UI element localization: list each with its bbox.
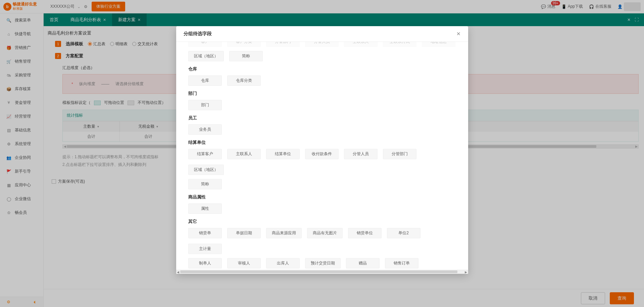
field-chip[interactable]: 分管部门	[383, 149, 416, 159]
field-chip[interactable]: 地址信息	[422, 42, 455, 47]
field-row-other2: 制单人 审核人 出库人 预计交货日期 赠品 销售订单 价格类型	[188, 258, 456, 270]
scroll-left-icon[interactable]: ◀	[176, 270, 180, 274]
field-chip[interactable]: 客户	[188, 42, 222, 47]
field-chip[interactable]: 赠品	[346, 258, 380, 268]
field-chip[interactable]: 区域（地区）	[188, 51, 224, 61]
scroll-left-icon[interactable]: ◀	[63, 145, 67, 148]
field-chip[interactable]: 区域（地区）	[188, 165, 224, 175]
field-chip[interactable]: 单位2	[387, 228, 420, 238]
field-row-partial-top: 客户 客户分类 分管部门 分管人员 主联系人 主联系方式 地址信息	[188, 42, 456, 47]
field-chip[interactable]: 分管人员	[305, 42, 339, 47]
field-chip[interactable]: 主联系人	[227, 149, 261, 159]
field-chip[interactable]: 主联系方式	[383, 42, 416, 47]
field-chip[interactable]: 商品来源应用	[266, 228, 302, 238]
modal-close-icon[interactable]: ✕	[456, 31, 461, 37]
field-chip[interactable]: 收付款条件	[305, 149, 339, 159]
modal-mask: 分组待选字段 ✕ 客户 客户分类 分管部门 分管人员 主联系人 主联系方式 地址…	[0, 0, 644, 307]
field-row-staff: 业务员	[188, 124, 456, 135]
field-row-dept: 部门	[188, 100, 456, 110]
scroll-right-icon[interactable]: ▶	[464, 270, 468, 274]
field-chip[interactable]: 销售订单	[385, 258, 418, 268]
field-chip[interactable]: 结算单位	[266, 149, 300, 159]
field-row-other1: 销货单 单据日期 商品来源应用 商品有无图片 销货单位 单位2 主计量	[188, 228, 456, 254]
modal-horizontal-scrollbar[interactable]: ◀ ▶	[176, 270, 468, 274]
group-title-warehouse: 仓库	[188, 66, 456, 72]
modal-title: 分组待选字段	[184, 31, 212, 37]
field-chip[interactable]: 分管人员	[344, 149, 378, 159]
group-title-settle: 结算单位	[188, 139, 456, 145]
field-chip[interactable]: 商品有无图片	[307, 228, 343, 238]
field-chip[interactable]: 预计交货日期	[305, 258, 341, 268]
field-chip[interactable]: 主联系人	[344, 42, 378, 47]
modal-body: 客户 客户分类 分管部门 分管人员 主联系人 主联系方式 地址信息 区域（地区）…	[176, 42, 468, 270]
modal-header: 分组待选字段 ✕	[176, 26, 468, 42]
field-row-prodattr: 属性	[188, 203, 456, 214]
field-chip[interactable]: 销货单位	[348, 228, 382, 238]
field-chip[interactable]: 仓库分类	[227, 75, 261, 86]
field-chip[interactable]: 销货单	[188, 228, 222, 238]
field-chip[interactable]: 客户分类	[227, 42, 261, 47]
field-chip[interactable]: 审核人	[227, 258, 261, 268]
group-title-prodattr: 商品属性	[188, 194, 456, 200]
field-row-region: 区域（地区） 简称	[188, 51, 456, 61]
field-chip[interactable]: 业务员	[188, 124, 222, 135]
field-select-modal: 分组待选字段 ✕ 客户 客户分类 分管部门 分管人员 主联系人 主联系方式 地址…	[176, 26, 468, 274]
field-row-warehouse: 仓库 仓库分类	[188, 75, 456, 86]
field-chip[interactable]: 简称	[229, 51, 263, 61]
field-chip[interactable]: 分管部门	[266, 42, 300, 47]
group-title-other: 其它	[188, 219, 456, 225]
field-row-settle1: 结算客户 主联系人 结算单位 收付款条件 分管人员 分管部门 区域（地区）	[188, 149, 456, 175]
field-chip[interactable]: 制单人	[188, 258, 222, 268]
field-chip[interactable]: 出库人	[266, 258, 300, 268]
field-chip[interactable]: 简称	[188, 179, 222, 189]
field-chip[interactable]: 属性	[188, 203, 222, 214]
field-chip[interactable]: 结算客户	[188, 149, 222, 159]
field-chip[interactable]: 部门	[188, 100, 222, 110]
field-chip[interactable]: 单据日期	[227, 228, 261, 238]
field-chip[interactable]: 主计量	[188, 244, 222, 254]
modal-scroll-area[interactable]: 客户 客户分类 分管部门 分管人员 主联系人 主联系方式 地址信息 区域（地区）…	[176, 42, 468, 270]
group-title-staff: 员工	[188, 115, 456, 121]
group-title-dept: 部门	[188, 90, 456, 97]
scrollbar-thumb[interactable]	[180, 270, 458, 273]
field-row-settle2: 简称	[188, 179, 456, 189]
field-chip[interactable]: 仓库	[188, 75, 222, 86]
scroll-right-icon[interactable]: ▶	[634, 145, 638, 148]
